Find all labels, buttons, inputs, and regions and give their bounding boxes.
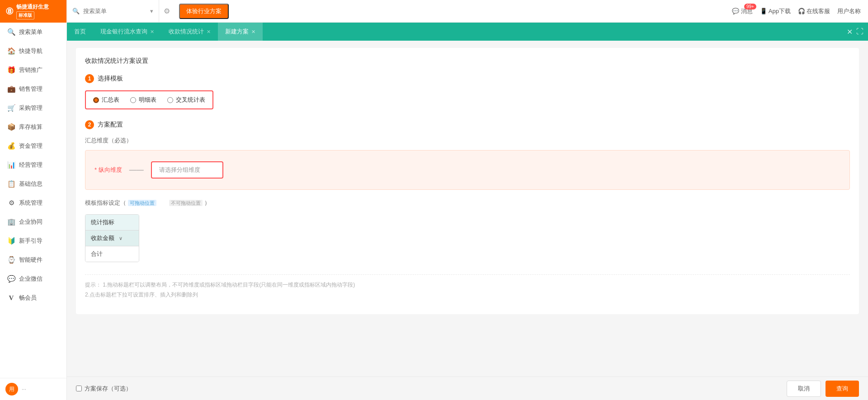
tab-close-icon[interactable]: ✕ — [847, 28, 853, 36]
support-label: 在线客服 — [807, 7, 830, 15]
sidebar-item-purchase[interactable]: 🛒 采购管理 — [0, 99, 66, 118]
user-avatar: 用 — [5, 383, 18, 395]
home-icon: 🏠 — [7, 47, 15, 55]
tab-collection-stats[interactable]: 收款情况统计 ✕ — [161, 23, 218, 41]
query-button[interactable]: 查询 — [826, 381, 859, 397]
tabs-bar: 首页 现金银行流水查询 ✕ 收款情况统计 ✕ 新建方案 ✕ ✕ ⛶ — [67, 23, 868, 41]
basic-info-icon: 📋 — [7, 180, 15, 188]
vertical-dimension-label: * 纵向维度 — [94, 166, 122, 174]
tab-maximize-icon[interactable]: ⛶ — [856, 28, 863, 36]
save-plan-label[interactable]: 方案保存（可选） — [85, 385, 132, 393]
system-icon: ⚙ — [7, 199, 15, 207]
sidebar-item-smart-hw[interactable]: ⌚ 智能硬件 — [0, 250, 66, 269]
tab-new-plan[interactable]: 新建方案 ✕ — [218, 23, 263, 41]
app-name: 畅捷通好生意 — [16, 3, 49, 11]
radio-detail-label[interactable]: 明细表 — [139, 96, 156, 104]
radio-detail[interactable]: 明细表 — [130, 96, 156, 104]
weixin-icon: 💬 — [7, 275, 15, 283]
dimension-section-label: 汇总维度（必选） — [85, 136, 850, 145]
inventory-icon: 📦 — [7, 123, 15, 131]
sidebar-item-quick-nav[interactable]: 🏠 快捷导航 — [0, 42, 66, 61]
sidebar-label-marketing: 营销推广 — [19, 66, 42, 74]
radio-summary-label[interactable]: 汇总表 — [102, 96, 119, 104]
sidebar-item-weixin[interactable]: 💬 企业微信 — [0, 269, 66, 288]
step1-label: 选择模板 — [98, 75, 123, 83]
sidebar-item-system[interactable]: ⚙ 系统管理 — [0, 193, 66, 212]
finance-icon: 💰 — [7, 142, 15, 150]
dimension-selector[interactable]: 请选择分组维度 — [151, 161, 223, 179]
message-button[interactable]: 💬 消息 99+ — [732, 7, 753, 15]
tab-home[interactable]: 首页 — [67, 23, 93, 41]
header-search-area: 🔍 ▾ — [67, 0, 159, 22]
non-draggable-hint: 不可拖动位置 — [169, 200, 203, 206]
config-area: 汇总维度（必选） * 纵向维度 —— 请选择分组维度 模板指标设定（ 可拖动位置 — [85, 136, 850, 264]
tip-2: 2.点击标题栏下拉可设置排序、插入列和删除列 — [85, 290, 850, 300]
footer-bar: 方案保存（可选） 取消 查询 — [67, 376, 868, 400]
sidebar-label-quick-nav: 快捷导航 — [19, 47, 42, 55]
sidebar-item-guide[interactable]: 🔰 新手引导 — [0, 231, 66, 250]
user-name-display[interactable]: 用户名称 — [837, 7, 861, 15]
search-icon: 🔍 — [7, 28, 15, 36]
logo-icon: ⑧ — [5, 6, 14, 17]
sidebar-item-inventory[interactable]: 📦 库存核算 — [0, 118, 66, 136]
download-label: App下载 — [769, 7, 791, 15]
sidebar-item-member[interactable]: V 畅会员 — [0, 288, 66, 307]
metrics-total-label: 合计 — [91, 250, 103, 257]
step1-num: 1 — [85, 74, 94, 83]
sidebar-item-search[interactable]: 🔍 搜索菜单 — [0, 23, 66, 42]
tab-cash-flow-close[interactable]: ✕ — [150, 29, 154, 35]
sidebar-item-basic-info[interactable]: 📋 基础信息 — [0, 174, 66, 193]
tab-cash-flow[interactable]: 现金银行流水查询 ✕ — [93, 23, 161, 41]
sidebar-label-sales: 销售管理 — [19, 85, 42, 93]
metrics-label-suffix: ） — [204, 199, 210, 206]
tab-collection-stats-close[interactable]: ✕ — [207, 29, 211, 35]
header-search-icon: 🔍 — [72, 8, 80, 14]
sidebar-logo: ⑧ 畅捷通好生意 标准版 — [0, 0, 66, 23]
member-icon: V — [7, 294, 15, 302]
header-dropdown-icon[interactable]: ▾ — [150, 8, 153, 14]
sidebar-item-enterprise[interactable]: 🏢 企业协同 — [0, 212, 66, 231]
sidebar-label-enterprise: 企业协同 — [19, 218, 42, 226]
sidebar-label-finance: 资金管理 — [19, 142, 42, 150]
radio-summary-input[interactable] — [93, 97, 99, 103]
app-download-link[interactable]: 📱 App下载 — [760, 7, 791, 15]
sidebar-item-marketing[interactable]: 🎁 营销推广 — [0, 61, 66, 80]
save-option[interactable]: 方案保存（可选） — [76, 385, 132, 393]
support-link[interactable]: 🎧 在线客服 — [798, 7, 830, 15]
metrics-table-header[interactable]: 统计指标 — [85, 215, 139, 231]
header-right: 💬 消息 99+ 📱 App下载 🎧 在线客服 用户名称 — [732, 7, 868, 15]
sidebar-item-finance[interactable]: 💰 资金管理 — [0, 136, 66, 155]
step2-label: 方案配置 — [98, 121, 123, 129]
metrics-dropdown-icon: ∨ — [119, 235, 123, 241]
step1-header: 1 选择模板 — [85, 74, 850, 83]
sidebar-label-purchase: 采购管理 — [19, 104, 42, 112]
tab-new-plan-close[interactable]: ✕ — [251, 29, 255, 35]
radio-cross-label[interactable]: 交叉统计表 — [176, 96, 205, 104]
support-icon: 🎧 — [798, 8, 805, 14]
main-content: 收款情况统计方案设置 1 选择模板 汇总表 明细表 交叉统计表 — [67, 41, 868, 400]
step2-header: 2 方案配置 — [85, 120, 850, 129]
tip-1: 提示： 1.拖动标题栏可以调整布局，不可跨维度或指标区域拖动栏目字段(只能在同一… — [85, 280, 850, 290]
sidebar-item-sales[interactable]: 💼 销售管理 — [0, 80, 66, 99]
footer-buttons: 取消 查询 — [787, 381, 859, 397]
metrics-label: 模板指标设定（ 可拖动位置 不可拖动位置 ） — [85, 199, 850, 207]
tabs-actions: ✕ ⛶ — [847, 28, 868, 36]
dimension-arrow: —— — [129, 166, 144, 174]
dimension-row: * 纵向维度 —— 请选择分组维度 — [94, 161, 840, 179]
radio-detail-input[interactable] — [130, 97, 136, 103]
save-plan-checkbox[interactable] — [76, 386, 82, 391]
sidebar-label-search: 搜索菜单 — [19, 28, 42, 36]
radio-cross-input[interactable] — [167, 97, 173, 103]
sidebar-label-smart-hw: 智能硬件 — [19, 256, 42, 264]
trial-button[interactable]: 体验行业方案 — [179, 4, 229, 19]
sidebar-item-business[interactable]: 📊 经营管理 — [0, 155, 66, 174]
tab-cash-flow-label: 现金银行流水查询 — [100, 28, 147, 36]
radio-summary[interactable]: 汇总表 — [93, 96, 119, 104]
cancel-button[interactable]: 取消 — [787, 381, 821, 397]
header-settings-icon[interactable]: ⚙ — [159, 7, 175, 15]
radio-cross[interactable]: 交叉统计表 — [167, 96, 205, 104]
tab-home-label: 首页 — [74, 28, 86, 36]
gift-icon: 🎁 — [7, 66, 15, 74]
metrics-metric-name-row[interactable]: 收款金额 ∨ — [85, 231, 139, 246]
header-search-input[interactable] — [83, 8, 146, 14]
